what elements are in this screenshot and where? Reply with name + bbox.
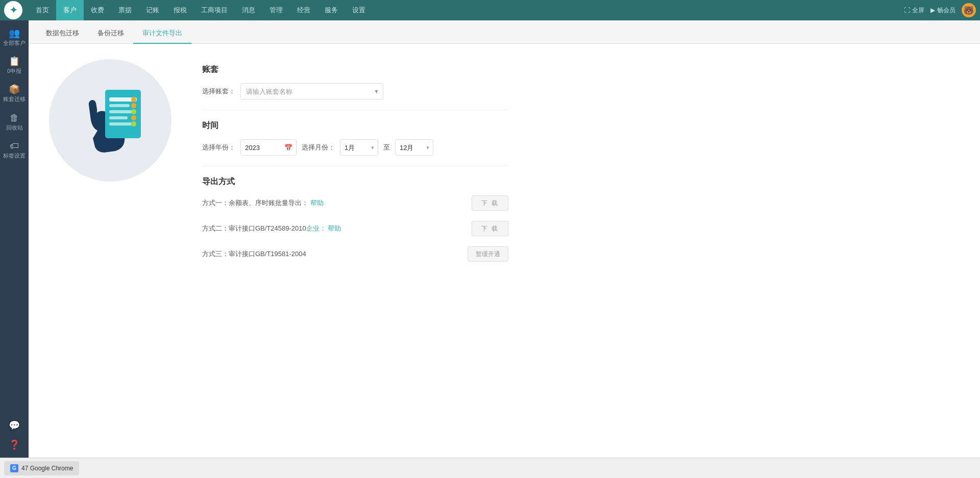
export-method-1-label: 方式一：余额表、序时账批量导出： 帮助 xyxy=(202,198,465,208)
export-method-row-3: 方式三：审计接口GB/T19581-2004 暂缓开通 xyxy=(202,246,508,262)
help-icon: ❓ xyxy=(9,440,20,449)
nav-tax[interactable]: 报税 xyxy=(166,0,194,20)
illustration-svg xyxy=(69,74,151,166)
declaration-icon: 📋 xyxy=(9,57,20,66)
user-avatar[interactable]: 🐻 xyxy=(962,3,976,17)
tab-data-migration[interactable]: 数据包迁移 xyxy=(37,23,88,44)
label-icon: 🏷 xyxy=(10,141,19,150)
nav-right: ⛶ 全屏 ▶ 畅会员 🐻 xyxy=(904,3,976,17)
page-content: 账套 选择账套： 请输入账套名称 ▼ 时间 选择年份： xyxy=(29,44,980,458)
svg-rect-4 xyxy=(109,116,128,119)
svg-point-8 xyxy=(131,109,136,114)
sidebar-item-help[interactable]: ❓ xyxy=(1,436,28,454)
export-method-1-download-button[interactable]: 下 载 xyxy=(472,195,508,211)
sidebar-item-label-settings[interactable]: 🏷 标签设置 xyxy=(1,137,28,163)
year-label: 选择年份： xyxy=(202,143,235,152)
export-section-title: 导出方式 xyxy=(202,177,508,187)
export-method-row-2: 方式二：审计接口GB/T24589-2010企业： 帮助 下 载 xyxy=(202,221,508,236)
sidebar-item-chat[interactable]: 💬 xyxy=(1,417,28,434)
nav-billing[interactable]: 收费 xyxy=(84,0,111,20)
month-label: 选择月份： xyxy=(302,143,335,152)
account-select-row: 选择账套： 请输入账套名称 ▼ xyxy=(202,83,508,99)
member-button[interactable]: ▶ 畅会员 xyxy=(930,6,955,15)
taskbar: G 47 Google Chrome xyxy=(0,458,980,478)
time-row: 选择年份： 📅 选择月份： 1月2月3月 4月5月6月 7月8月9月 10月11… xyxy=(202,139,508,156)
nav-invoice[interactable]: 票据 xyxy=(111,0,139,20)
year-input[interactable] xyxy=(240,139,297,156)
export-method-2-help[interactable]: 帮助 xyxy=(328,224,341,232)
nav-business[interactable]: 工商项目 xyxy=(194,0,235,20)
end-month-wrapper: 1月2月3月 4月5月6月 7月8月9月 10月11月12月 ▼ xyxy=(395,139,433,156)
chrome-icon: G xyxy=(10,464,18,472)
svg-point-10 xyxy=(131,121,136,127)
sidebar-bottom: 💬 ❓ xyxy=(1,417,28,458)
sidebar-item-zero-declaration[interactable]: 📋 0申报 xyxy=(1,53,28,79)
account-select-label: 选择账套： xyxy=(202,87,235,96)
tab-audit-export[interactable]: 审计文件导出 xyxy=(133,23,191,44)
svg-point-6 xyxy=(131,97,136,102)
svg-rect-5 xyxy=(109,122,132,125)
nav-customer[interactable]: 客户 xyxy=(56,0,84,20)
taskbar-chrome[interactable]: G 47 Google Chrome xyxy=(4,461,79,475)
nav-home[interactable]: 首页 xyxy=(29,0,56,20)
main-layout: 👥 全部客户 📋 0申报 📦 账套迁移 🗑 回收站 🏷 标签设置 💬 ❓ xyxy=(0,20,980,458)
export-method-3-label: 方式三：审计接口GB/T19581-2004 xyxy=(202,249,461,259)
top-navigation: ✦ 首页 客户 收费 票据 记账 报税 工商项目 消息 管理 经营 服务 设置 … xyxy=(0,0,980,20)
chat-icon: 💬 xyxy=(9,421,20,430)
app-logo: ✦ xyxy=(4,1,22,19)
svg-point-9 xyxy=(131,115,136,120)
migration-icon: 📦 xyxy=(9,85,20,94)
left-sidebar: 👥 全部客户 📋 0申报 📦 账套迁移 🗑 回收站 🏷 标签设置 💬 ❓ xyxy=(0,20,29,458)
export-method-1-help[interactable]: 帮助 xyxy=(310,199,324,207)
sidebar-item-recycle[interactable]: 🗑 回收站 xyxy=(1,109,28,135)
form-area: 账套 选择账套： 请输入账套名称 ▼ 时间 选择年份： xyxy=(202,59,508,272)
export-method-3-coming-soon-button[interactable]: 暂缓开通 xyxy=(468,246,508,262)
tab-bar: 数据包迁移 备份迁移 审计文件导出 xyxy=(29,20,980,44)
account-select-wrapper: 请输入账套名称 ▼ xyxy=(240,83,383,99)
taskbar-chrome-label: 47 Google Chrome xyxy=(21,465,73,472)
export-method-2-download-button[interactable]: 下 载 xyxy=(472,221,508,236)
nav-items: 首页 客户 收费 票据 记账 报税 工商项目 消息 管理 经营 服务 设置 xyxy=(29,0,904,20)
sidebar-item-account-migration[interactable]: 📦 账套迁移 xyxy=(1,81,28,107)
nav-operation[interactable]: 经营 xyxy=(290,0,317,20)
nav-service[interactable]: 服务 xyxy=(317,0,345,20)
section-divider-1 xyxy=(202,110,508,110)
account-select[interactable]: 请输入账套名称 xyxy=(240,83,383,99)
svg-rect-0 xyxy=(105,90,141,138)
end-month-select[interactable]: 1月2月3月 4月5月6月 7月8月9月 10月11月12月 xyxy=(395,139,433,156)
nav-manage[interactable]: 管理 xyxy=(262,0,290,20)
fullscreen-button[interactable]: ⛶ 全屏 xyxy=(904,6,924,15)
illustration-area xyxy=(49,59,172,182)
year-input-wrapper: 📅 xyxy=(240,139,297,156)
tab-backup-migration[interactable]: 备份迁移 xyxy=(88,23,133,44)
nav-bookkeeping[interactable]: 记账 xyxy=(139,0,166,20)
trash-icon: 🗑 xyxy=(10,113,19,122)
customers-icon: 👥 xyxy=(9,29,20,38)
section-divider-2 xyxy=(202,166,508,166)
svg-rect-2 xyxy=(109,104,130,107)
illustration-circle xyxy=(49,59,172,182)
nav-settings[interactable]: 设置 xyxy=(345,0,373,20)
svg-rect-3 xyxy=(109,110,134,113)
export-method-2-label: 方式二：审计接口GB/T24589-2010企业： 帮助 xyxy=(202,224,465,233)
start-month-select[interactable]: 1月2月3月 4月5月6月 7月8月9月 10月11月12月 xyxy=(340,139,378,156)
account-section-title: 账套 xyxy=(202,64,508,75)
svg-point-7 xyxy=(131,103,136,108)
time-section-title: 时间 xyxy=(202,120,508,131)
nav-message[interactable]: 消息 xyxy=(235,0,262,20)
to-separator: 至 xyxy=(383,143,390,152)
export-method-row-1: 方式一：余额表、序时账批量导出： 帮助 下 载 xyxy=(202,195,508,211)
start-month-wrapper: 1月2月3月 4月5月6月 7月8月9月 10月11月12月 ▼ xyxy=(340,139,378,156)
content-area: 数据包迁移 备份迁移 审计文件导出 xyxy=(29,20,980,458)
sidebar-item-all-customers[interactable]: 👥 全部客户 xyxy=(1,24,28,51)
